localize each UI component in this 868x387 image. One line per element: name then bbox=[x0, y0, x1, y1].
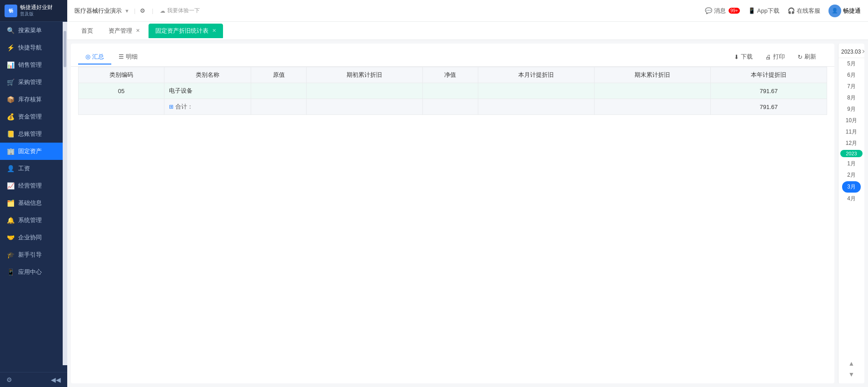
year-section-2023: 2023 1月 2月 3月 4月 bbox=[838, 149, 864, 204]
tab-depreciation[interactable]: 固定资产折旧统计表 ✕ bbox=[149, 24, 223, 38]
sub-tab-detail[interactable]: ☰ 明细 bbox=[111, 50, 145, 64]
month-7[interactable]: 7月 bbox=[838, 81, 864, 92]
message-badge: 99+ bbox=[729, 8, 740, 14]
subtotal-row: ⊞ 合计： 791.67 bbox=[79, 99, 827, 115]
month-12[interactable]: 12月 bbox=[838, 138, 864, 149]
sidebar-item-sales[interactable]: 📊 销售管理 bbox=[0, 56, 67, 74]
avatar-icon: 👤 bbox=[832, 8, 838, 14]
service-icon: 🎧 bbox=[788, 7, 795, 14]
depreciation-table: 类别编码 类别名称 原值 期初累计折旧 净值 本月计提折旧 期末累计折旧 本年计… bbox=[78, 67, 827, 115]
sidebar-item-purchase[interactable]: 🛒 采购管理 bbox=[0, 74, 67, 91]
tab-home[interactable]: 首页 bbox=[74, 24, 100, 38]
right-panel-title: 2023.03 bbox=[841, 49, 861, 55]
sidebar-item-payroll[interactable]: 👤 工资 bbox=[0, 160, 67, 177]
col-year-depr: 本年计提折旧 bbox=[710, 67, 827, 83]
col-initial-accum: 期初累计折旧 bbox=[306, 67, 422, 83]
message-btn[interactable]: 💬 消息 99+ bbox=[705, 7, 740, 15]
purchase-icon: 🛒 bbox=[6, 79, 15, 86]
row-net bbox=[423, 83, 478, 99]
download-btn[interactable]: ⬇ 下载 bbox=[730, 51, 756, 63]
online-service-label: 在线客服 bbox=[797, 7, 820, 15]
sidebar-item-ledger[interactable]: 📒 总账管理 bbox=[0, 125, 67, 143]
subtotal-end-accum bbox=[594, 99, 710, 115]
sidebar-item-label: 快捷导航 bbox=[18, 44, 42, 52]
message-label: 消息 bbox=[714, 7, 726, 15]
sidebar-item-fixed-assets[interactable]: 🏢 固定资产 bbox=[0, 143, 67, 160]
col-end-accum: 期末累计折旧 bbox=[594, 67, 710, 83]
col-code: 类别编码 bbox=[79, 67, 164, 83]
company-selector[interactable]: 医疗器械行业演示 ▼ bbox=[74, 7, 129, 15]
month-2023-3[interactable]: 3月 bbox=[842, 181, 861, 193]
main-area: 医疗器械行业演示 ▼ | ⚙ | ☁ 我要体验一下 💬 消息 99+ 📱 App… bbox=[67, 0, 868, 387]
month-6[interactable]: 6月 bbox=[838, 69, 864, 81]
subtotal-month-depr bbox=[478, 99, 594, 115]
sidebar-item-label: 资金管理 bbox=[18, 113, 42, 121]
fixed-assets-icon: 🏢 bbox=[6, 148, 15, 155]
online-service-btn[interactable]: 🎧 在线客服 bbox=[788, 7, 820, 15]
row-name: 电子设备 bbox=[164, 83, 251, 99]
topbar-divider: | bbox=[134, 7, 135, 14]
tab-depreciation-close[interactable]: ✕ bbox=[212, 28, 216, 34]
sidebar-item-search[interactable]: 🔍 搜索菜单 bbox=[0, 22, 67, 39]
download-icon: ⬇ bbox=[734, 54, 739, 60]
panel-nav-up[interactable]: ▲ bbox=[847, 358, 857, 369]
sidebar-item-inventory[interactable]: 📦 库存核算 bbox=[0, 91, 67, 108]
dropdown-icon: ▼ bbox=[124, 8, 129, 14]
month-2023-2[interactable]: 2月 bbox=[838, 169, 864, 181]
gear-icon: ⚙ bbox=[140, 7, 145, 14]
tab-asset-mgmt-close[interactable]: ✕ bbox=[136, 28, 140, 34]
row-code: 05 bbox=[79, 83, 164, 99]
month-5[interactable]: 5月 bbox=[838, 58, 864, 69]
sidebar-item-label: 应用中心 bbox=[18, 268, 42, 276]
avatar: 👤 bbox=[828, 5, 841, 17]
demo-btn[interactable]: ☁ 我要体验一下 bbox=[160, 7, 200, 15]
collab-icon: 🤝 bbox=[6, 234, 15, 241]
sidebar-footer: ⚙ ◀◀ bbox=[0, 372, 67, 387]
month-10[interactable]: 10月 bbox=[838, 115, 864, 126]
collapse-icon[interactable]: ◀◀ bbox=[51, 376, 61, 383]
sidebar-item-guide[interactable]: 🎓 新手引导 bbox=[0, 246, 67, 263]
month-2023-1[interactable]: 1月 bbox=[838, 158, 864, 169]
settings-gear-btn[interactable]: ⚙ bbox=[140, 7, 145, 14]
sidebar-item-collab[interactable]: 🤝 企业协同 bbox=[0, 229, 67, 246]
tab-asset-mgmt-label: 资产管理 bbox=[109, 27, 132, 35]
sidebar-item-quick-nav[interactable]: ⚡ 快捷导航 bbox=[0, 39, 67, 56]
app-download-btn[interactable]: 📱 App下载 bbox=[748, 7, 779, 15]
topbar-right: 💬 消息 99+ 📱 App下载 🎧 在线客服 👤 畅捷通 bbox=[705, 5, 861, 17]
sidebar-item-apps[interactable]: 📱 应用中心 bbox=[0, 263, 67, 281]
year-2023-label: 2023 bbox=[840, 150, 863, 157]
month-8[interactable]: 8月 bbox=[838, 92, 864, 104]
app-name: 畅捷通好业财 bbox=[20, 4, 53, 11]
tabs-bar: 首页 资产管理 ✕ 固定资产折旧统计表 ✕ bbox=[67, 22, 868, 40]
demo-label: 我要体验一下 bbox=[167, 7, 200, 15]
print-btn[interactable]: 🖨 打印 bbox=[762, 51, 789, 63]
topbar: 医疗器械行业演示 ▼ | ⚙ | ☁ 我要体验一下 💬 消息 99+ 📱 App… bbox=[67, 0, 868, 22]
topbar-divider2: | bbox=[152, 7, 153, 14]
month-9[interactable]: 9月 bbox=[838, 104, 864, 115]
sidebar-item-ops[interactable]: 📈 经营管理 bbox=[0, 177, 67, 194]
refresh-btn[interactable]: ↻ 刷新 bbox=[794, 51, 820, 63]
month-2023-4[interactable]: 4月 bbox=[838, 193, 864, 204]
tab-depreciation-label: 固定资产折旧统计表 bbox=[155, 27, 208, 35]
refresh-label: 刷新 bbox=[804, 53, 816, 61]
base-info-icon: 🗂️ bbox=[6, 199, 15, 207]
panel-nav-down[interactable]: ▼ bbox=[847, 369, 857, 380]
download-icon: 📱 bbox=[748, 7, 755, 14]
inventory-icon: 📦 bbox=[6, 96, 15, 103]
tab-asset-mgmt[interactable]: 资产管理 ✕ bbox=[102, 24, 147, 38]
sidebar-item-system[interactable]: 🔔 系统管理 bbox=[0, 212, 67, 229]
right-panel-close-btn[interactable]: ✕ bbox=[861, 47, 864, 56]
sidebar-item-label: 新手引导 bbox=[18, 251, 42, 259]
payroll-icon: 👤 bbox=[6, 165, 15, 172]
settings-icon[interactable]: ⚙ bbox=[6, 376, 12, 383]
row-original bbox=[251, 83, 307, 99]
subtotal-empty bbox=[79, 99, 164, 115]
subtotal-initial-accum bbox=[306, 99, 422, 115]
logo-icon: 畅 bbox=[5, 5, 17, 17]
ops-icon: 📈 bbox=[6, 182, 15, 189]
sidebar-item-label: 搜索菜单 bbox=[18, 26, 42, 35]
sidebar-item-finance[interactable]: 💰 资金管理 bbox=[0, 108, 67, 125]
month-11[interactable]: 11月 bbox=[838, 126, 864, 138]
sidebar-item-base-info[interactable]: 🗂️ 基础信息 bbox=[0, 194, 67, 212]
sub-tab-summary[interactable]: ◎ 汇总 bbox=[78, 50, 111, 64]
